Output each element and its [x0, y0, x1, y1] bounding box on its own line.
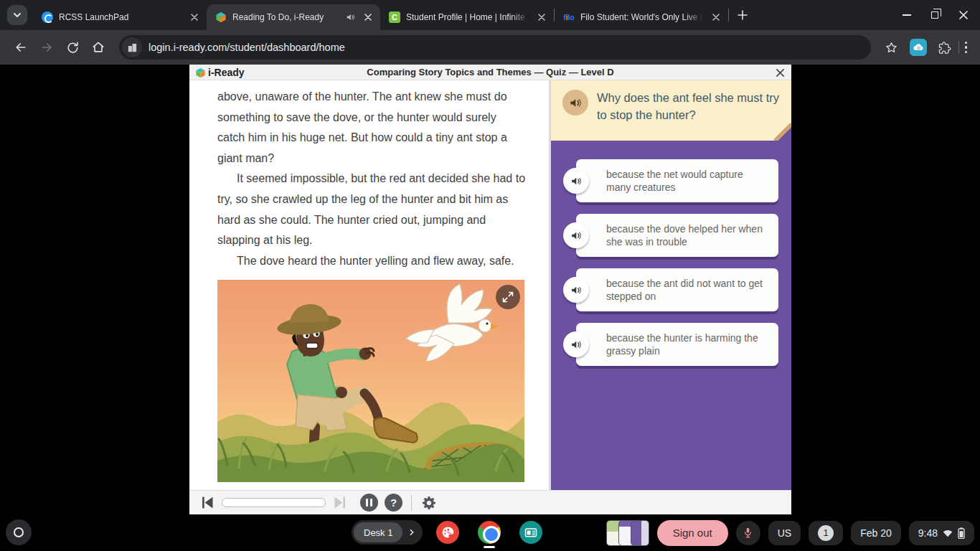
answer-text: because the ant did not want to get step… [606, 277, 770, 303]
answer-choice-4[interactable]: because the hunter is harming the grassy… [576, 323, 778, 366]
lesson-close-icon[interactable] [772, 65, 788, 80]
tab-search-button[interactable] [7, 5, 27, 25]
settings-button[interactable] [420, 494, 438, 512]
explore-app-icon[interactable] [519, 521, 542, 544]
lesson-body: above, unaware of the hunter. The ant kn… [189, 80, 791, 490]
pause-button[interactable] [360, 494, 378, 512]
window-previews[interactable] [606, 520, 649, 546]
notification-count: 1 [818, 525, 834, 541]
tab-title: Student Profile | Home | Infinite [406, 12, 529, 22]
reload-button[interactable] [60, 35, 85, 60]
extensions-puzzle-icon[interactable] [933, 35, 957, 60]
audio-progress-bar[interactable] [222, 498, 326, 507]
tab-rcss-launchpad[interactable]: RCSS LaunchPad [33, 4, 207, 30]
launcher-button[interactable] [6, 519, 32, 545]
filo-icon: filo [563, 11, 575, 23]
help-icon: ? [390, 496, 397, 509]
tab-title: RCSS LaunchPad [59, 12, 182, 22]
browser-menu-icon[interactable] [961, 42, 972, 54]
launcher-circle-icon [14, 527, 24, 537]
question-audio-button[interactable] [562, 90, 588, 116]
chrome-app-icon[interactable] [478, 521, 501, 544]
sign-out-button[interactable]: Sign out [657, 520, 728, 546]
chromeos-shelf: Desk 1 Sign o [0, 514, 980, 551]
forward-button[interactable] [34, 35, 59, 60]
skip-back-button[interactable] [200, 495, 215, 510]
question-panel: Why does the ant feel she must try to st… [549, 80, 791, 490]
tab-close-icon[interactable] [710, 11, 722, 24]
bookmark-star-icon[interactable] [880, 35, 904, 60]
question-box: Why does the ant feel she must try to st… [551, 80, 791, 141]
tab-student-profile[interactable]: C Student Profile | Home | Infinite [380, 4, 554, 30]
battery-icon [958, 527, 965, 539]
active-app-indicator [484, 546, 495, 548]
url-text[interactable]: login.i-ready.com/student/dashboard/home [149, 42, 345, 53]
hunter-dove-illustration [217, 280, 524, 482]
page-content: i-Ready Comparing Story Topics and Theme… [0, 65, 980, 514]
tab-audio-icon[interactable] [346, 12, 356, 22]
iready-lesson-player: i-Ready Comparing Story Topics and Theme… [189, 65, 791, 514]
answer-choice-3[interactable]: because the ant did not want to get step… [576, 268, 778, 311]
chevron-down-icon [13, 11, 22, 19]
controls-separator [411, 495, 412, 511]
iready-cube-icon [215, 11, 227, 23]
new-tab-button[interactable] [736, 9, 749, 22]
answer-audio-button[interactable] [563, 277, 589, 303]
back-button[interactable] [9, 35, 33, 60]
address-bar[interactable]: login.i-ready.com/student/dashboard/home [119, 35, 871, 60]
site-info-icon[interactable] [122, 37, 142, 57]
date-button[interactable]: Feb 20 [851, 521, 901, 545]
answer-choice-2[interactable]: because the dove helped her when she was… [576, 214, 778, 257]
expand-image-button[interactable] [496, 285, 520, 309]
iready-logo: i-Ready [195, 65, 245, 80]
window-close-icon[interactable] [958, 10, 969, 20]
answer-choice-1[interactable]: because the net would capture many creat… [576, 159, 778, 202]
wifi-icon [943, 528, 953, 538]
answer-audio-button[interactable] [563, 222, 589, 248]
clock-time: 9:48 [918, 527, 938, 539]
screen: RCSS LaunchPad Reading To Do, i-Ready C … [0, 0, 980, 551]
answer-text: because the net would capture many creat… [606, 168, 770, 194]
story-illustration [217, 280, 524, 482]
shelf-status-area: Sign out US 1 Feb 20 9:48 [606, 514, 974, 551]
classlink-icon [42, 11, 53, 23]
answer-text: because the dove helped her when she was… [606, 222, 770, 249]
help-button[interactable]: ? [385, 494, 402, 512]
desk-label[interactable]: Desk 1 [354, 522, 402, 542]
tab-close-icon[interactable] [535, 11, 548, 24]
story-paragraph: It seemed impossible, but the red ant de… [217, 169, 526, 250]
tab-title: Filo Student: World's Only Live I [580, 12, 704, 22]
desk-switcher[interactable]: Desk 1 [352, 520, 423, 545]
answer-audio-button[interactable] [563, 331, 589, 357]
tab-filo-student[interactable]: filo Filo Student: World's Only Live I [555, 4, 728, 30]
notification-counter[interactable]: 1 [809, 521, 843, 545]
tab-iready-active[interactable]: Reading To Do, i-Ready [207, 4, 380, 30]
tab-separator [728, 9, 729, 22]
status-tray[interactable]: 9:48 [909, 521, 974, 545]
iready-logo-text: i-Ready [208, 67, 245, 78]
lesson-header: i-Ready Comparing Story Topics and Theme… [189, 65, 791, 80]
microphone-button[interactable] [736, 521, 760, 545]
answer-audio-button[interactable] [563, 168, 589, 194]
canvas-app-icon[interactable] [436, 521, 459, 544]
mic-icon [742, 527, 754, 539]
chevron-right-icon[interactable] [408, 529, 415, 536]
iready-cube-icon [195, 67, 206, 78]
story-paragraph: The dove heard the hunter yelling and fl… [217, 251, 526, 272]
extension-cloud-icon[interactable] [910, 39, 927, 56]
infinite-campus-icon: C [389, 11, 400, 23]
minimize-icon[interactable] [903, 14, 911, 16]
window-thumbnail[interactable] [631, 520, 649, 546]
restore-icon[interactable] [931, 11, 938, 19]
question-text: Why does the ant feel she must try to st… [597, 90, 783, 123]
lesson-controls: ? [189, 490, 791, 514]
keyboard-layout-button[interactable]: US [768, 521, 801, 545]
skip-forward-button[interactable] [332, 495, 347, 510]
tab-title: Reading To Do, i-Ready [232, 12, 340, 22]
home-button[interactable] [86, 35, 110, 60]
tab-close-icon[interactable] [362, 11, 374, 24]
tab-strip: RCSS LaunchPad Reading To Do, i-Ready C … [0, 0, 980, 30]
story-paragraph: above, unaware of the hunter. The ant kn… [217, 87, 526, 169]
story-panel: above, unaware of the hunter. The ant kn… [189, 80, 549, 490]
tab-close-icon[interactable] [188, 11, 201, 24]
